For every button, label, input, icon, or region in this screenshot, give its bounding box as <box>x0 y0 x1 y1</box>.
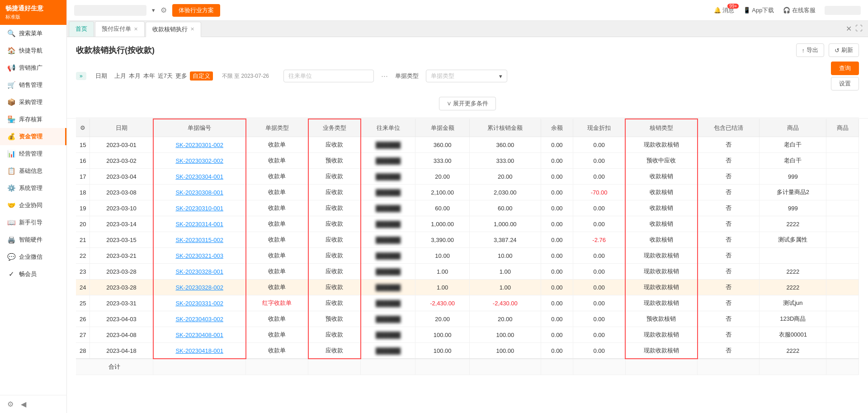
sidebar-item-wechat[interactable]: 💬企业微信 <box>0 248 66 266</box>
td-cumulative-verify: 3,387.24 <box>469 232 541 248</box>
sidebar-label-guide: 新手引导 <box>19 218 42 227</box>
sidebar-item-operations[interactable]: 📊经营管理 <box>0 145 66 162</box>
td-bill-no: SK-20230408-001 <box>153 327 246 343</box>
solution-button[interactable]: 体验行业方案 <box>172 4 220 17</box>
topbar-search-placeholder <box>74 5 146 16</box>
maximize-tab-action[interactable]: ⛶ <box>855 24 863 33</box>
bill-no-link[interactable]: SK-20230321-003 <box>175 252 223 259</box>
td-product: 123D商品 <box>760 311 826 327</box>
date-opt-this-year[interactable]: 本年 <box>143 72 155 80</box>
td-include-settled: 否 <box>698 216 760 232</box>
sidebar-item-search[interactable]: 🔍搜索菜单 <box>0 25 66 42</box>
footer-bill-type <box>246 359 308 375</box>
app-download-link[interactable]: 📱 App下载 <box>743 6 774 14</box>
th-product: 商品 <box>760 119 826 137</box>
td-bill-type: 收款单 <box>246 153 308 169</box>
td-bill-no: SK-20230331-002 <box>153 295 246 311</box>
notify-button[interactable]: 🔔 消息 99+ <box>714 6 735 14</box>
bill-no-link[interactable]: SK-20230301-002 <box>175 142 223 148</box>
td-cumulative-verify: 1,000.00 <box>469 216 541 232</box>
bill-no-link[interactable]: SK-20230315-002 <box>175 237 223 243</box>
bill-no-link[interactable]: SK-20230310-001 <box>175 205 223 212</box>
bill-no-link[interactable]: SK-20230304-001 <box>175 173 223 180</box>
td-bill-amount: 360.00 <box>415 137 470 153</box>
filter-expand-button[interactable]: » <box>76 72 86 80</box>
date-opt-custom[interactable]: 自定义 <box>190 71 213 81</box>
collapse-icon[interactable]: ◀ <box>21 400 26 408</box>
td-bill-type: 收款单 <box>246 327 308 343</box>
query-button[interactable]: 查询 <box>831 62 859 75</box>
filter-more-dots[interactable]: ··· <box>381 71 388 81</box>
date-opt-7days[interactable]: 近7天 <box>158 72 173 80</box>
td-cumulative-verify: 2,030.00 <box>469 185 541 200</box>
td-cumulative-verify: 1.00 <box>469 280 541 295</box>
topbar-gear-icon[interactable]: ⚙ <box>160 6 167 14</box>
th-balance: 余额 <box>541 119 573 137</box>
footer-cumulative <box>469 359 541 375</box>
date-range-display: 不限 至 2023-07-26 <box>222 72 269 80</box>
online-service-link[interactable]: 🎧 在线客服 <box>783 6 816 14</box>
expand-more-button[interactable]: ∨ 展开更多条件 <box>439 97 496 110</box>
date-opt-this-month[interactable]: 本月 <box>129 72 141 80</box>
sidebar-item-finance[interactable]: 💰资金管理 <box>0 128 66 145</box>
td-bill-no: SK-20230301-002 <box>153 137 246 153</box>
sidebar-item-member[interactable]: ✓畅会员 <box>0 266 66 283</box>
td-bill-type: 收款单 <box>246 311 308 327</box>
bill-no-link[interactable]: SK-20230314-001 <box>175 221 223 228</box>
sidebar-item-collab[interactable]: 🤝企业协同 <box>0 197 66 214</box>
topbar-dropdown-icon[interactable]: ▾ <box>152 7 155 14</box>
sidebar-item-purchase[interactable]: 📦采购管理 <box>0 94 66 111</box>
prepay-tab-close[interactable]: ✕ <box>134 26 138 32</box>
bill-no-link[interactable]: SK-20230302-002 <box>175 157 223 164</box>
td-cumulative-verify: 333.00 <box>469 153 541 169</box>
bill-no-link[interactable]: SK-20230308-001 <box>175 189 223 196</box>
filter-settings-button[interactable]: 设置 <box>831 77 859 90</box>
td-product2 <box>826 185 859 200</box>
bill-no-link[interactable]: SK-20230418-001 <box>175 347 223 354</box>
th-settings[interactable]: ⚙ <box>76 119 90 137</box>
td-bill-amount: 60.00 <box>415 200 470 216</box>
sidebar-item-basic[interactable]: 📋基础信息 <box>0 162 66 180</box>
refresh-button[interactable]: ↺ 刷新 <box>829 43 859 57</box>
tab-prepay[interactable]: 预付应付单 ✕ <box>95 21 145 37</box>
close-tab-action[interactable]: ✕ <box>846 24 852 33</box>
operations-icon: 📊 <box>7 150 15 158</box>
td-biz-type: 应收款 <box>308 295 361 311</box>
td-product: 2222 <box>760 280 826 295</box>
sidebar-item-guide[interactable]: 📖新手引导 <box>0 214 66 231</box>
table-row: 28 2023-04-18 SK-20230418-001 收款单 应收款 ██… <box>76 343 859 359</box>
td-bill-type: 收款单 <box>246 264 308 280</box>
table-row: 19 2023-03-10 SK-20230310-001 收款单 应收款 ██… <box>76 200 859 216</box>
td-date: 2023-03-14 <box>90 216 153 232</box>
sidebar-item-inventory[interactable]: 🏪库存核算 <box>0 111 66 128</box>
table-container: ⚙ 日期 单据编号 单据类型 业务类型 往来单位 单据金额 累计核销金额 余额 … <box>67 119 868 413</box>
tab-verify[interactable]: 收款核销执行 ✕ <box>146 22 201 37</box>
date-opt-last-month[interactable]: 上月 <box>114 72 126 80</box>
td-verify-type: 现款收款核销 <box>625 248 698 264</box>
sidebar-item-marketing[interactable]: 📢营销推广 <box>0 59 66 76</box>
verify-tab-close[interactable]: ✕ <box>190 26 194 32</box>
td-bill-type: 收款单 <box>246 137 308 153</box>
bill-no-link[interactable]: SK-20230328-001 <box>175 268 223 275</box>
filter-bar: » 日期 上月 本月 本年 近7天 更多 自定义 不限 至 2023-07-26 <box>76 62 859 118</box>
bill-no-link[interactable]: SK-20230331-002 <box>175 300 223 307</box>
bill-type-select[interactable]: 单据类型 ▾ <box>426 70 507 82</box>
export-button[interactable]: ↑ 导出 <box>796 43 825 57</box>
td-include-settled: 否 <box>698 185 760 200</box>
date-opt-more[interactable]: 更多 <box>175 72 187 80</box>
counterpart-input[interactable]: 往来单位 <box>283 70 374 82</box>
sidebar-logo-sub: 标准版 <box>5 14 61 20</box>
sidebar-item-system[interactable]: ⚙️系统管理 <box>0 180 66 197</box>
sidebar-item-sales[interactable]: 🛒销售管理 <box>0 76 66 94</box>
td-cumulative-verify: 100.00 <box>469 327 541 343</box>
tab-home[interactable]: 首页 <box>69 21 94 37</box>
sidebar-item-nav[interactable]: 🏠快捷导航 <box>0 42 66 59</box>
bill-no-link[interactable]: SK-20230328-002 <box>175 284 223 291</box>
bill-no-link[interactable]: SK-20230403-002 <box>175 316 223 323</box>
td-biz-type: 应收款 <box>308 248 361 264</box>
sidebar-item-hardware[interactable]: 🖨️智能硬件 <box>0 231 66 248</box>
settings-bottom-icon[interactable]: ⚙ <box>7 400 14 408</box>
td-no: 17 <box>76 169 90 185</box>
table-footer-row: 合计 <box>76 359 859 375</box>
bill-no-link[interactable]: SK-20230408-001 <box>175 332 223 338</box>
